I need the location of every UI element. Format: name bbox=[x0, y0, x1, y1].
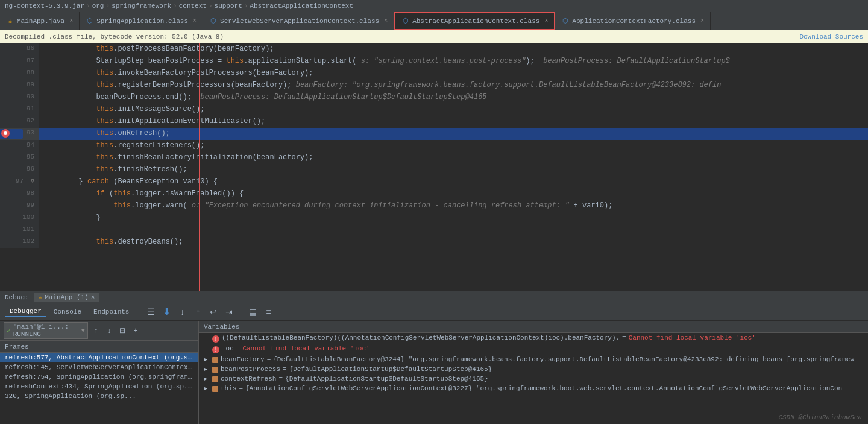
tab-app-ctx-factory-close[interactable]: × bbox=[700, 17, 704, 24]
breadcrumb-support: support bbox=[215, 2, 242, 10]
step-out-btn[interactable]: ↑ bbox=[191, 305, 204, 318]
code-line-102: 102 this.destroyBeans(); bbox=[0, 236, 868, 248]
code-content-102: this.destroyBeans(); bbox=[39, 236, 868, 248]
step-over-btn[interactable]: ⬇ bbox=[160, 305, 173, 318]
code-content-95: this.finishBeanFactoryInitialization(bea… bbox=[39, 152, 868, 164]
var-field-icon-5 bbox=[212, 386, 218, 392]
run-to-cursor-btn[interactable]: ↩ bbox=[207, 305, 220, 318]
code-line-97: 97 ▽ } catch (BeansException var10) { bbox=[0, 176, 868, 188]
code-content-97: } catch (BeansException var10) { bbox=[39, 176, 868, 188]
tab-servlet-ctx-label: ServletWebServerApplicationContext.class bbox=[220, 17, 379, 25]
var-item-5: ▶ this = {AnnotationConfigServletWebServ… bbox=[199, 384, 868, 393]
tab-app-ctx-factory-label: ApplicationContextFactory.class bbox=[572, 17, 696, 25]
breadcrumb: ng-context-5.3.9.jar › org › springframe… bbox=[0, 0, 868, 12]
tab-app-ctx-factory[interactable]: ⬡ ApplicationContextFactory.class × bbox=[555, 12, 711, 30]
tab-main-app[interactable]: ☕ MainApp.java × bbox=[0, 12, 80, 30]
gutter-91: 91 bbox=[0, 104, 39, 116]
code-content-100: } bbox=[39, 212, 868, 224]
var-field-icon-4 bbox=[212, 376, 218, 382]
expand-icon-97: ▽ bbox=[26, 177, 34, 185]
breadcrumb-springframework: springframework bbox=[112, 2, 171, 10]
tab-abstract-ctx-label: AbstractApplicationContext.class bbox=[412, 17, 539, 25]
gutter-99: 99 bbox=[0, 200, 39, 212]
frame-item-3[interactable]: refreshContext:434, SpringApplication (o… bbox=[0, 382, 198, 391]
gutter-87: 87 bbox=[0, 55, 39, 68]
variables-header: Variables bbox=[199, 321, 868, 333]
info-bar-text: Decompiled .class file, bytecode version… bbox=[5, 33, 224, 40]
code-content-98: if (this.logger.isWarnEnabled()) { bbox=[39, 188, 868, 200]
tab-main-app-label: MainApp.java bbox=[17, 17, 64, 25]
frame-item-1[interactable]: refresh:145, ServletWebServerApplication… bbox=[0, 362, 198, 372]
toolbar-separator-2 bbox=[241, 307, 241, 317]
code-content-99: this.logger.warn( o: "Exception encounte… bbox=[39, 200, 868, 212]
code-content-91: this.initMessageSource(); bbox=[39, 104, 868, 116]
debug-main-app-tab[interactable]: ☕ MainApp (1) × bbox=[34, 293, 100, 302]
code-line-86: 86 this.postProcessBeanFactory(beanFacto… bbox=[0, 43, 868, 55]
download-sources-link[interactable]: Download Sources bbox=[799, 33, 863, 40]
frames-panel: ✓ "main"@1 i...: RUNNING ▼ ↑ ↓ ⊟ + Frame… bbox=[0, 321, 199, 424]
frames-list: refresh:577, AbstractApplicationContext … bbox=[0, 353, 198, 424]
gutter-88: 88 bbox=[0, 68, 39, 80]
var-field-icon-2 bbox=[212, 357, 218, 363]
code-content-90: beanPostProcess.end(); beanPostProcess: … bbox=[39, 92, 868, 104]
class-icon-1: ⬡ bbox=[86, 17, 94, 25]
code-line-100: 100 } bbox=[0, 212, 868, 224]
code-line-91: 91 this.initMessageSource(); bbox=[0, 104, 868, 116]
class-icon-3: ⬡ bbox=[401, 17, 410, 25]
tab-servlet-ctx-close[interactable]: × bbox=[384, 17, 388, 24]
frame-filter-btn[interactable]: ⊟ bbox=[117, 325, 128, 336]
watermark: CSDN @ChinaRainbowSea bbox=[778, 414, 862, 421]
tab-spring-app-label: SpringApplication.class bbox=[96, 17, 188, 25]
debug-tab-close[interactable]: × bbox=[91, 294, 95, 301]
code-content-96: this.finishRefresh(); bbox=[39, 164, 868, 176]
frames-btn[interactable]: ▤ bbox=[246, 305, 259, 318]
code-line-87: 87 StartupStep beanPostProcess = this.ap… bbox=[0, 55, 868, 68]
gutter-95: 95 bbox=[0, 152, 39, 164]
tab-console[interactable]: Console bbox=[49, 307, 86, 317]
info-bar: Decompiled .class file, bytecode version… bbox=[0, 30, 868, 43]
thread-selector[interactable]: ✓ "main"@1 i...: RUNNING ▼ bbox=[4, 322, 88, 339]
gutter-98: 98 bbox=[0, 188, 39, 200]
frame-item-2[interactable]: refresh:754, SpringApplication (org.spri… bbox=[0, 372, 198, 382]
class-icon-4: ⬡ bbox=[561, 17, 570, 25]
frame-item-4[interactable]: 320, SpringApplication (org.sp... bbox=[0, 391, 198, 401]
frame-up-btn[interactable]: ↑ bbox=[90, 325, 101, 336]
breadcrumb-context: context bbox=[179, 2, 207, 10]
debugger-toolbar: Debugger Console Endpoints ☰ ⬇ ↓ ↑ ↩ ⇥ ▤… bbox=[0, 303, 868, 321]
frame-item-0[interactable]: refresh:577, AbstractApplicationContext … bbox=[0, 353, 198, 362]
code-content-92: this.initApplicationEventMulticaster(); bbox=[39, 116, 868, 128]
tab-spring-app[interactable]: ⬡ SpringApplication.class × bbox=[80, 12, 203, 30]
tab-servlet-ctx[interactable]: ⬡ ServletWebServerApplicationContext.cla… bbox=[203, 12, 394, 30]
threads-btn[interactable]: ≡ bbox=[262, 305, 275, 318]
gutter-102: 102 bbox=[0, 236, 39, 248]
frame-down-btn[interactable]: ↓ bbox=[104, 325, 115, 336]
tab-endpoints[interactable]: Endpoints bbox=[89, 307, 134, 317]
code-line-96: 96 this.finishRefresh(); bbox=[0, 164, 868, 176]
code-content-94: this.registerListeners(); bbox=[39, 140, 868, 152]
code-line-101: 101 bbox=[0, 224, 868, 236]
var-error-icon-0: ! bbox=[212, 335, 219, 343]
evaluate-btn[interactable]: ⇥ bbox=[222, 305, 236, 318]
code-line-90: 90 beanPostProcess.end(); beanPostProces… bbox=[0, 92, 868, 104]
settings-btn[interactable]: ☰ bbox=[144, 305, 157, 318]
tab-abstract-ctx-close[interactable]: × bbox=[544, 17, 548, 24]
code-line-89: 89 this.registerBeanPostProcessors(beanF… bbox=[0, 80, 868, 92]
tab-main-app-close[interactable]: × bbox=[69, 17, 73, 24]
debug-breakpoint bbox=[1, 129, 10, 138]
add-frame-btn[interactable]: + bbox=[130, 325, 141, 336]
var-field-icon-3 bbox=[212, 367, 218, 373]
tab-spring-app-close[interactable]: × bbox=[193, 17, 197, 24]
code-line-99: 99 this.logger.warn( o: "Exception encou… bbox=[0, 200, 868, 212]
gutter-89: 89 bbox=[0, 80, 39, 92]
gutter-94: 94 bbox=[0, 140, 39, 152]
var-item-0: ! ((DefaultListableBeanFactory)((Annotat… bbox=[199, 333, 868, 344]
code-content-89: this.registerBeanPostProcessors(beanFact… bbox=[39, 80, 868, 92]
bottom-panels: ✓ "main"@1 i...: RUNNING ▼ ↑ ↓ ⊟ + Frame… bbox=[0, 321, 868, 424]
code-line-88: 88 this.invokeBeanFactoryPostProcessors(… bbox=[0, 68, 868, 80]
tab-abstract-ctx[interactable]: ⬡ AbstractApplicationContext.class × bbox=[394, 12, 555, 30]
tab-debugger[interactable]: Debugger bbox=[5, 306, 46, 317]
step-into-btn[interactable]: ↓ bbox=[175, 305, 189, 318]
frames-header: Frames bbox=[0, 341, 198, 353]
var-item-4: ▶ contextRefresh = {DefaultApplicationSt… bbox=[199, 374, 868, 384]
editor-tabs: ☕ MainApp.java × ⬡ SpringApplication.cla… bbox=[0, 12, 868, 30]
